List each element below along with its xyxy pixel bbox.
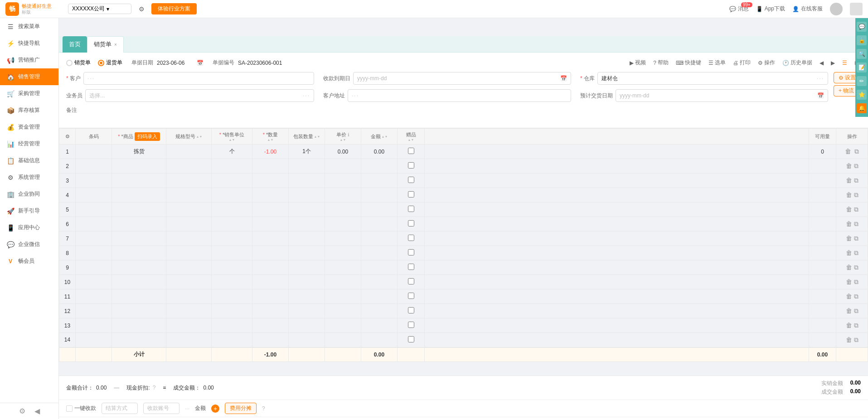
toolbar-next-icon[interactable]: ▶ xyxy=(829,59,837,67)
delete-row-icon[interactable]: 🗑 xyxy=(845,220,853,227)
copy-row-icon[interactable]: ⧉ xyxy=(853,206,859,213)
toolbar-prev-icon[interactable]: ◀ xyxy=(818,59,825,67)
toolbar-list-view[interactable]: ☰ xyxy=(840,59,849,67)
price-info-icon[interactable]: ℹ xyxy=(348,132,349,137)
message-button[interactable]: 💬 消息 99+ xyxy=(729,5,749,13)
sidebar-settings-btn[interactable]: ⚙ xyxy=(19,407,25,415)
sidebar-item-member[interactable]: V 畅会员 xyxy=(0,253,58,270)
sidebar-item-system[interactable]: ⚙ 系统管理 xyxy=(0,169,58,186)
copy-row-icon[interactable]: ⧉ xyxy=(853,278,859,285)
delete-row-icon[interactable]: 🗑 xyxy=(845,162,853,169)
sidebar-item-purchase[interactable]: 🛒 采购管理 xyxy=(0,85,58,102)
expected-date-input[interactable]: yyyy-mm-dd 📅 xyxy=(616,89,828,102)
tab-home[interactable]: 首页 xyxy=(63,36,87,53)
avatar[interactable] xyxy=(830,3,843,15)
toolbar-help[interactable]: ? 帮助 xyxy=(651,58,670,67)
payment-method-select[interactable]: 结算方式 xyxy=(102,403,138,414)
copy-row-icon[interactable]: ⧉ xyxy=(853,322,859,329)
expense-help-icon[interactable]: ? xyxy=(262,405,265,412)
row-gift[interactable] xyxy=(398,144,425,159)
toolbar-print[interactable]: 🖨 打印 xyxy=(731,58,752,67)
toolbar-video[interactable]: ▶ 视频 xyxy=(628,58,648,67)
customer-input[interactable]: ··· xyxy=(83,72,314,85)
row-unit[interactable]: 个 xyxy=(212,144,252,159)
company-selector[interactable]: XXXXXX公司 ▾ xyxy=(68,4,131,14)
sidebar-item-app-center[interactable]: 📱 应用中心 xyxy=(0,219,58,236)
one-click-payment-check[interactable]: 一键收款 xyxy=(66,405,96,412)
copy-row-icon[interactable]: ⧉ xyxy=(853,249,859,256)
trial-button[interactable]: 体验行业方案 xyxy=(151,3,197,14)
payment-account-select[interactable]: 收款账号 xyxy=(143,403,179,414)
row-goods[interactable]: 拣货 xyxy=(112,144,166,159)
right-sidebar-btn-1[interactable]: 💬 xyxy=(857,22,867,32)
row-qty[interactable]: -1.00 xyxy=(252,144,289,159)
warehouse-input[interactable]: 建材仓 ··· xyxy=(597,72,828,85)
copy-row-icon[interactable]: ⧉ xyxy=(853,177,859,184)
delete-row-icon[interactable]: 🗑 xyxy=(845,293,853,300)
delete-row-icon[interactable]: 🗑 xyxy=(845,336,853,343)
radio-sale[interactable]: 销货单 xyxy=(66,59,91,67)
row-pkgqty[interactable]: 1个 xyxy=(289,144,325,159)
sidebar-item-marketing[interactable]: 📢 营销推广 xyxy=(0,52,58,68)
row-price[interactable]: 0.00 xyxy=(325,144,361,159)
delete-row-icon[interactable]: 🗑 xyxy=(845,249,853,256)
add-payment-button[interactable]: + xyxy=(211,405,219,413)
sidebar-item-enterprise[interactable]: 🏢 企业协同 xyxy=(0,186,58,202)
delete-row-icon[interactable]: 🗑 xyxy=(845,278,853,285)
right-sidebar-btn-2[interactable]: 🔒 xyxy=(857,35,867,45)
sidebar-item-operations[interactable]: 📊 经营管理 xyxy=(0,135,58,152)
toolbar-history[interactable]: 🕐 历史单据 xyxy=(781,58,814,67)
right-sidebar-btn-4[interactable]: 📝 xyxy=(857,63,867,72)
sidebar-item-search[interactable]: ☰ 搜索菜单 xyxy=(0,18,58,35)
sidebar-item-finance[interactable]: 💰 资金管理 xyxy=(0,119,58,135)
toolbar-select[interactable]: ☰ 选单 xyxy=(707,58,727,67)
row-amount[interactable]: 0.00 xyxy=(361,144,398,159)
sidebar-item-sales[interactable]: 🏠 销售管理 xyxy=(0,68,58,85)
settings-icon[interactable]: ⚙ xyxy=(65,134,70,139)
right-sidebar-btn-7[interactable]: 🔔 xyxy=(857,103,867,113)
delete-row-icon[interactable]: 🗑 xyxy=(845,177,853,184)
toolbar-shortcut[interactable]: ⌨ 快捷键 xyxy=(674,58,703,67)
sidebar-item-quick-nav[interactable]: ⚡ 快捷导航 xyxy=(0,35,58,52)
row-barcode[interactable] xyxy=(76,144,112,159)
copy-row-icon[interactable]: ⧉ xyxy=(853,148,860,155)
app-download-button[interactable]: 📱 App下载 xyxy=(756,5,785,13)
delete-row-icon[interactable]: 🗑 xyxy=(845,322,853,329)
customer-addr-input[interactable]: ··· xyxy=(348,89,571,102)
settings-icon[interactable]: ⚙ xyxy=(135,3,148,15)
online-service-button[interactable]: 👤 在线客服 xyxy=(792,5,823,13)
scan-button[interactable]: 扫码录入 xyxy=(135,132,160,141)
delete-row-icon[interactable]: 🗑 xyxy=(845,235,853,242)
right-sidebar-btn-6[interactable]: ⭐ xyxy=(857,90,867,100)
delete-row-icon[interactable]: 🗑 xyxy=(844,148,852,155)
right-sidebar-btn-3[interactable]: 🔍 xyxy=(857,49,867,59)
copy-row-icon[interactable]: ⧉ xyxy=(853,264,859,271)
sidebar-collapse-btn[interactable]: ◀ xyxy=(34,407,40,415)
copy-row-icon[interactable]: ⧉ xyxy=(853,307,859,314)
delete-row-icon[interactable]: 🗑 xyxy=(845,264,853,271)
copy-row-icon[interactable]: ⧉ xyxy=(853,293,859,300)
copy-row-icon[interactable]: ⧉ xyxy=(853,162,859,169)
delete-row-icon[interactable]: 🗑 xyxy=(845,191,853,198)
copy-row-icon[interactable]: ⧉ xyxy=(853,336,859,343)
discount-help-icon[interactable]: ? xyxy=(153,385,156,391)
radio-return[interactable]: 退货单 xyxy=(98,59,122,67)
tab-sale-order[interactable]: 销货单 × xyxy=(87,36,124,53)
salesman-input[interactable]: 选择... ··· xyxy=(85,89,314,102)
sidebar-item-basic[interactable]: 📋 基础信息 xyxy=(0,152,58,169)
expense-btn[interactable]: 费用分摊 xyxy=(225,403,257,414)
sidebar-item-guide[interactable]: 🚀 新手引导 xyxy=(0,202,58,219)
delete-row-icon[interactable]: 🗑 xyxy=(845,307,853,314)
sidebar-item-wechat[interactable]: 💬 企业微信 xyxy=(0,236,58,253)
date-icon[interactable]: 📅 xyxy=(197,60,204,66)
right-sidebar-btn-5[interactable]: ✏ xyxy=(857,76,867,86)
tab-close-icon[interactable]: × xyxy=(114,42,117,47)
toolbar-operation[interactable]: ⚙ 操作 xyxy=(756,58,777,67)
copy-row-icon[interactable]: ⧉ xyxy=(853,220,859,227)
user-menu[interactable] xyxy=(850,3,863,15)
copy-row-icon[interactable]: ⧉ xyxy=(853,235,859,242)
delete-row-icon[interactable]: 🗑 xyxy=(845,206,853,213)
row-spec[interactable] xyxy=(166,144,212,159)
row-desc[interactable] xyxy=(425,144,809,159)
one-click-checkbox[interactable] xyxy=(66,405,73,412)
